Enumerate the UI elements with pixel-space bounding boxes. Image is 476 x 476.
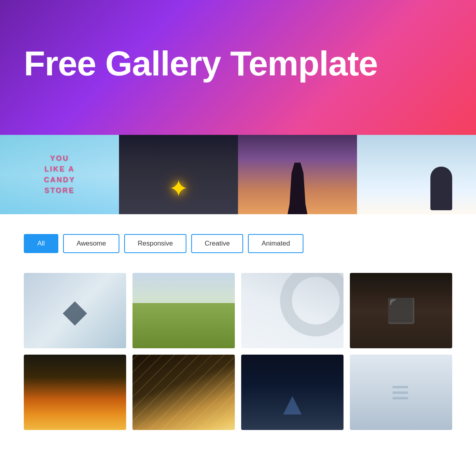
banner-image-sparkler bbox=[119, 135, 238, 214]
gallery-item-8[interactable] bbox=[350, 355, 452, 430]
gallery-grid bbox=[24, 273, 452, 430]
gallery-item-1[interactable] bbox=[24, 273, 126, 348]
page-title: Free Gallery Template bbox=[24, 44, 378, 83]
gallery-item-6[interactable] bbox=[132, 355, 235, 430]
gallery-item-2[interactable] bbox=[132, 273, 235, 348]
banner-image-candy: YOULIKE ACANDYSTORE bbox=[0, 135, 119, 214]
filter-btn-animated[interactable]: Animated bbox=[248, 234, 303, 253]
filter-btn-all[interactable]: All bbox=[24, 234, 58, 253]
banner-image-silhouette bbox=[238, 135, 357, 214]
candy-text: YOULIKE ACANDYSTORE bbox=[44, 153, 75, 196]
filter-btn-creative[interactable]: Creative bbox=[191, 234, 243, 253]
filter-btn-responsive[interactable]: Responsive bbox=[124, 234, 186, 253]
gallery-item-4[interactable] bbox=[350, 273, 452, 348]
gallery-item-7[interactable] bbox=[241, 355, 344, 430]
banner-image-person bbox=[357, 135, 476, 214]
hero-section: Free Gallery Template bbox=[0, 0, 476, 135]
filter-section: All Awesome Responsive Creative Animated bbox=[0, 214, 476, 265]
gallery-section bbox=[0, 265, 476, 454]
gallery-item-5[interactable] bbox=[24, 355, 126, 430]
filter-btn-awesome[interactable]: Awesome bbox=[63, 234, 119, 253]
gallery-item-3[interactable] bbox=[241, 273, 344, 348]
banner-strip: YOULIKE ACANDYSTORE bbox=[0, 135, 476, 214]
